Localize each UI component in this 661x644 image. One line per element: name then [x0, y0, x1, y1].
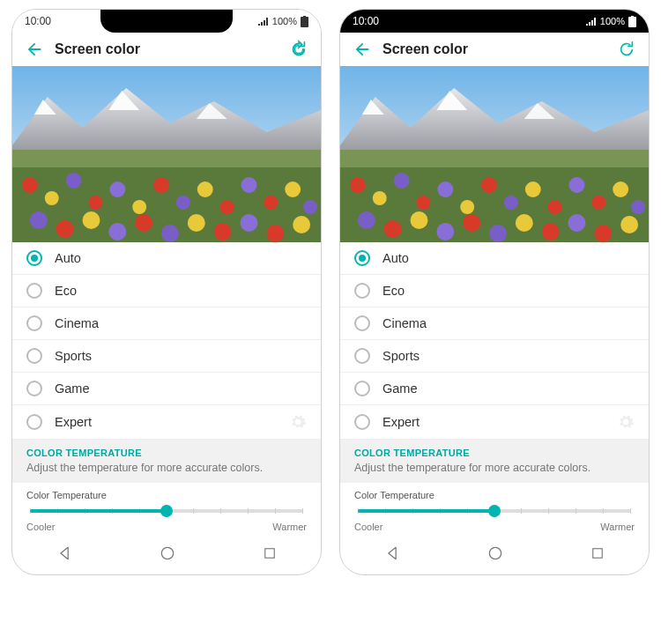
- svg-point-44: [417, 196, 431, 210]
- option-label: Game: [55, 381, 307, 396]
- svg-point-59: [463, 214, 480, 232]
- slider-ends: Cooler Warmer: [354, 522, 635, 532]
- svg-point-15: [197, 181, 213, 197]
- svg-point-20: [303, 200, 317, 214]
- svg-point-57: [411, 211, 428, 229]
- option-eco[interactable]: Eco: [12, 275, 321, 307]
- section-header: COLOR TEMPERATURE: [12, 440, 321, 460]
- nav-home-icon[interactable]: [159, 544, 176, 562]
- svg-point-63: [568, 214, 586, 232]
- option-label: Eco: [382, 284, 635, 298]
- radio-icon: [354, 381, 370, 396]
- radio-icon: [354, 283, 370, 299]
- svg-point-7: [22, 177, 38, 193]
- option-eco[interactable]: Eco: [340, 275, 649, 307]
- phone-left: 10:00 100% Screen color: [11, 9, 322, 575]
- option-label: Sports: [55, 349, 307, 363]
- option-label: Auto: [55, 251, 307, 265]
- svg-point-8: [45, 191, 59, 205]
- svg-point-13: [153, 177, 169, 193]
- svg-point-53: [613, 181, 628, 197]
- svg-point-12: [132, 200, 146, 214]
- temperature-slider[interactable]: [30, 509, 303, 513]
- slider-block: Color Temperature Cooler Warmer: [340, 483, 649, 536]
- status-bar: 10:00 100%: [12, 10, 321, 33]
- option-sports[interactable]: Sports: [340, 340, 649, 373]
- slider-thumb[interactable]: [160, 505, 173, 517]
- back-icon[interactable]: [353, 40, 372, 59]
- reset-icon[interactable]: [289, 40, 308, 59]
- section-description: Adjust the temperature for more accurate…: [12, 460, 321, 483]
- nav-home-icon[interactable]: [486, 544, 504, 562]
- svg-point-19: [285, 181, 301, 197]
- option-label: Expert: [55, 415, 277, 429]
- option-label: Auto: [382, 251, 635, 265]
- svg-rect-33: [265, 549, 275, 559]
- options-list: Auto Eco Cinema Sports Game Expert: [12, 242, 321, 440]
- svg-point-48: [504, 196, 518, 210]
- svg-point-66: [489, 547, 501, 559]
- nav-back-icon[interactable]: [56, 544, 73, 562]
- slider-max-label: Warmer: [272, 522, 307, 532]
- option-label: Cinema: [55, 316, 307, 330]
- nav-recent-icon[interactable]: [590, 545, 605, 561]
- option-game[interactable]: Game: [340, 373, 649, 405]
- radio-icon: [26, 381, 42, 396]
- option-game[interactable]: Game: [12, 373, 321, 405]
- svg-point-49: [525, 181, 541, 197]
- radio-icon: [354, 315, 370, 331]
- radio-icon: [26, 414, 42, 430]
- preview-image: [12, 66, 321, 242]
- slider-thumb[interactable]: [488, 505, 501, 517]
- battery-text: 100%: [272, 16, 297, 26]
- option-expert[interactable]: Expert: [12, 405, 321, 440]
- temperature-slider[interactable]: [358, 509, 631, 513]
- phone-right: 10:00 100% Screen color: [339, 9, 650, 575]
- radio-selected-icon: [26, 250, 42, 266]
- notch: [100, 10, 233, 33]
- radio-selected-icon: [354, 250, 370, 266]
- svg-rect-67: [593, 549, 603, 559]
- header: Screen color: [12, 33, 321, 66]
- svg-point-26: [161, 225, 179, 242]
- gear-icon[interactable]: [289, 413, 307, 431]
- option-label: Eco: [55, 284, 307, 298]
- svg-point-9: [66, 173, 82, 189]
- nav-recent-icon[interactable]: [262, 545, 278, 561]
- svg-point-22: [56, 220, 74, 238]
- section-header: COLOR TEMPERATURE: [340, 440, 649, 460]
- svg-point-51: [569, 177, 585, 193]
- svg-point-65: [620, 216, 638, 233]
- radio-icon: [26, 283, 42, 299]
- svg-point-60: [489, 225, 507, 242]
- page-title: Screen color: [55, 41, 279, 57]
- svg-point-43: [394, 173, 410, 189]
- nav-back-icon[interactable]: [383, 544, 401, 562]
- slider-ends: Cooler Warmer: [26, 522, 307, 532]
- slider-label: Color Temperature: [354, 490, 635, 500]
- nav-bar: [12, 536, 321, 574]
- svg-point-17: [241, 177, 257, 193]
- svg-point-32: [161, 547, 173, 559]
- gear-icon[interactable]: [617, 413, 635, 431]
- slider-block: Color Temperature Cooler Warmer: [12, 483, 321, 536]
- options-list: Auto Eco Cinema Sports Game Expert: [340, 242, 649, 440]
- slider-fill: [30, 509, 167, 513]
- reset-icon[interactable]: [617, 40, 636, 59]
- option-expert[interactable]: Expert: [340, 405, 649, 440]
- radio-icon: [354, 414, 370, 430]
- svg-point-28: [214, 223, 232, 241]
- svg-point-54: [631, 200, 645, 214]
- option-cinema[interactable]: Cinema: [340, 307, 649, 340]
- svg-point-18: [264, 196, 278, 210]
- option-auto[interactable]: Auto: [340, 242, 649, 275]
- option-cinema[interactable]: Cinema: [12, 307, 321, 340]
- back-icon[interactable]: [25, 40, 44, 59]
- option-sports[interactable]: Sports: [12, 340, 321, 373]
- svg-point-61: [516, 214, 533, 232]
- status-indicators: 100%: [586, 16, 636, 27]
- option-label: Expert: [382, 415, 605, 429]
- option-auto[interactable]: Auto: [12, 242, 321, 275]
- status-indicators: 100%: [258, 16, 308, 27]
- option-label: Sports: [382, 349, 635, 363]
